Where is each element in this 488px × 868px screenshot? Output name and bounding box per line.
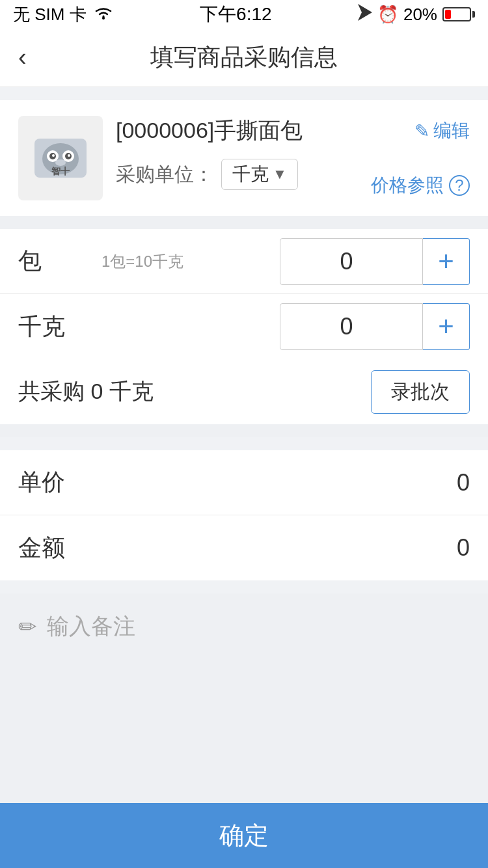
battery-pct: 20% bbox=[403, 5, 437, 25]
remark-section[interactable]: ✏ 输入备注 bbox=[0, 593, 488, 660]
page-title: 填写商品采购信息 bbox=[150, 42, 338, 74]
svg-point-7 bbox=[52, 154, 55, 157]
price-ref-button[interactable]: 价格参照 ? bbox=[371, 173, 470, 198]
kg-label: 千克 bbox=[18, 311, 96, 343]
product-card: 智十 [0000006]手撕面包 采购单位： 千克 ▼ ✎ 编辑 价格参照 ? bbox=[0, 100, 488, 216]
kg-qty-box: + bbox=[280, 303, 470, 350]
bag-qty-box: + bbox=[280, 238, 470, 285]
unit-value: 千克 bbox=[232, 162, 269, 187]
edit-button[interactable]: ✎ 编辑 bbox=[414, 118, 470, 143]
edit-label: 编辑 bbox=[433, 118, 470, 143]
remark-placeholder: 输入备注 bbox=[47, 612, 135, 642]
section-divider-1 bbox=[0, 216, 488, 229]
svg-text:智十: 智十 bbox=[51, 166, 70, 176]
bag-label: 包 bbox=[18, 245, 96, 277]
section-divider-2 bbox=[0, 424, 488, 437]
amount-value: 0 bbox=[457, 534, 470, 562]
summary-row: 共采购 0 千克 录批次 bbox=[0, 359, 488, 424]
bag-sublabel: 1包=10千克 bbox=[102, 251, 183, 272]
bag-plus-button[interactable]: + bbox=[423, 238, 470, 285]
record-batch-button[interactable]: 录批次 bbox=[371, 370, 470, 414]
product-logo: 智十 bbox=[34, 139, 87, 178]
edit-icon: ✎ bbox=[414, 120, 429, 142]
bag-row: 包 1包=10千克 + bbox=[0, 229, 488, 294]
location-icon bbox=[358, 4, 372, 25]
price-ref-label: 价格参照 bbox=[371, 173, 444, 198]
price-ref-icon: ? bbox=[449, 175, 470, 196]
kg-plus-button[interactable]: + bbox=[423, 303, 470, 350]
wifi-icon bbox=[93, 5, 114, 25]
amount-row: 金额 0 bbox=[0, 515, 488, 580]
status-right: ⏰ 20% bbox=[358, 4, 475, 25]
svg-marker-1 bbox=[358, 4, 372, 21]
kg-qty-input[interactable] bbox=[280, 303, 423, 350]
alarm-icon: ⏰ bbox=[377, 5, 398, 25]
unit-dropdown-arrow: ▼ bbox=[273, 166, 287, 183]
battery-icon bbox=[442, 7, 475, 21]
input-section: 包 1包=10千克 + 千克 + bbox=[0, 229, 488, 359]
svg-point-8 bbox=[68, 154, 70, 157]
product-image: 智十 bbox=[18, 116, 103, 200]
kg-row: 千克 + bbox=[0, 294, 488, 359]
bag-qty-input[interactable] bbox=[280, 238, 423, 285]
unit-price-label: 单价 bbox=[18, 467, 65, 498]
nav-bar: ‹ 填写商品采购信息 bbox=[0, 29, 488, 87]
status-left: 无 SIM 卡 bbox=[13, 3, 114, 26]
confirm-button[interactable]: 确定 bbox=[0, 803, 488, 868]
summary-text: 共采购 0 千克 bbox=[18, 377, 154, 407]
unit-price-value: 0 bbox=[457, 469, 470, 496]
status-bar: 无 SIM 卡 下午6:12 ⏰ 20% bbox=[0, 0, 488, 29]
unit-select[interactable]: 千克 ▼ bbox=[221, 159, 298, 190]
unit-price-row: 单价 0 bbox=[0, 450, 488, 515]
status-time: 下午6:12 bbox=[200, 2, 272, 27]
amount-label: 金额 bbox=[18, 532, 65, 564]
svg-point-9 bbox=[55, 159, 66, 166]
price-section: 单价 0 金额 0 bbox=[0, 450, 488, 580]
unit-label: 采购单位： bbox=[116, 161, 213, 188]
back-button[interactable]: ‹ bbox=[18, 44, 27, 72]
svg-point-0 bbox=[102, 17, 105, 20]
pencil-icon: ✏ bbox=[18, 614, 36, 640]
no-sim-text: 无 SIM 卡 bbox=[13, 3, 87, 26]
